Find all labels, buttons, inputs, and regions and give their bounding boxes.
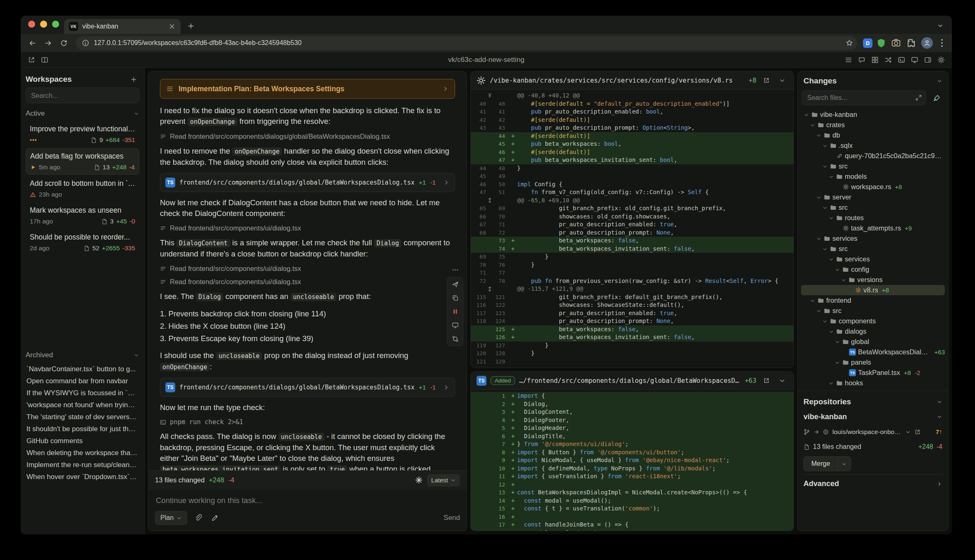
rows-icon[interactable]: [843, 55, 854, 65]
edited-file-card[interactable]: TSfrontend/src/components/dialogs/global…: [160, 173, 455, 192]
grid-icon[interactable]: [869, 55, 881, 65]
collapse-diff-button[interactable]: [776, 75, 788, 86]
tree-folder-row[interactable]: db: [801, 130, 945, 140]
advanced-section-toggle[interactable]: Advanced: [803, 475, 942, 493]
workspace-item[interactable]: Add beta flag for workspaces5m ago13+248…: [26, 148, 139, 175]
file-search-input[interactable]: [802, 90, 926, 105]
extension-d-icon[interactable]: D: [863, 38, 872, 48]
forward-button[interactable]: [41, 36, 55, 50]
more-actions-button[interactable]: [448, 265, 462, 275]
shuffle-icon[interactable]: [882, 55, 894, 65]
monitor-icon[interactable]: [909, 55, 920, 65]
repositories-header[interactable]: Repositories: [803, 394, 942, 409]
camera-extension-icon[interactable]: [891, 38, 901, 48]
bookmark-star-icon[interactable]: [846, 39, 853, 47]
archived-workspace-item[interactable]: When deleting the workspace that'...: [26, 447, 139, 459]
merge-button[interactable]: Merge: [803, 456, 838, 471]
browser-menu-button[interactable]: [937, 38, 947, 48]
tree-folder-row[interactable]: .sqlx: [801, 140, 945, 151]
tree-folder-row[interactable]: components: [801, 316, 945, 326]
mode-selector[interactable]: Plan: [155, 511, 187, 525]
open-in-editor-button[interactable]: [760, 375, 772, 387]
branch-selector[interactable]: louis/workspace-onboarding: [832, 428, 911, 436]
attach-file-button[interactable]: [193, 513, 204, 523]
tree-folder-row[interactable]: services: [801, 233, 945, 244]
plane-icon[interactable]: [447, 278, 463, 291]
shield-extension-icon[interactable]: [876, 38, 886, 48]
hunk-expand-icon[interactable]: [471, 286, 509, 292]
implementation-plan-banner[interactable]: Implementation Plan: Beta Workspaces Set…: [160, 79, 455, 99]
archived-workspace-item[interactable]: If the WYSIWYG is focussed in `Cre...: [26, 387, 139, 399]
tree-file-row[interactable]: query-70b21c5c0a2ba5c21c9c1132f14a68…: [801, 151, 945, 161]
tree-folder-row[interactable]: src: [801, 244, 945, 254]
archived-workspace-item[interactable]: `NavbarContainer.tsx` button to g...: [26, 363, 139, 375]
open-external-button[interactable]: [914, 429, 921, 435]
open-in-editor-button[interactable]: [760, 75, 772, 86]
tree-folder-row[interactable]: services: [801, 254, 945, 264]
tree-folder-row[interactable]: panels: [801, 357, 945, 368]
pause-icon[interactable]: [447, 305, 463, 318]
tree-folder-row[interactable]: routes: [801, 213, 945, 223]
close-window-button[interactable]: [28, 21, 35, 28]
tree-folder-row[interactable]: src: [801, 306, 945, 316]
tree-folder-row[interactable]: frontend: [801, 295, 945, 306]
columns-icon[interactable]: [39, 55, 50, 65]
tree-folder-row[interactable]: src: [801, 161, 945, 171]
archived-workspace-item[interactable]: 'workspace not found' when trying ...: [26, 399, 139, 411]
archived-section-header[interactable]: Archived: [26, 347, 139, 363]
workspace-item[interactable]: Should be possible to reorder...2d ago52…: [26, 230, 139, 255]
compare-icon[interactable]: [447, 332, 463, 346]
send-button[interactable]: Send: [443, 514, 460, 522]
tool-read-row[interactable]: Read frontend/src/components/ui/dialog.t…: [160, 265, 455, 273]
tool-read-row[interactable]: Read frontend/src/components/dialogs/glo…: [160, 133, 455, 140]
workspace-item[interactable]: Improve the preview functionality: ...••…: [26, 121, 139, 147]
bubble-icon[interactable]: [856, 55, 868, 65]
workspace-search-input[interactable]: [26, 88, 139, 103]
address-bar[interactable]: 127.0.0.1:57095/workspaces/c63c9fd6-dfb8…: [76, 36, 857, 50]
repo-row[interactable]: vibe-kanban: [803, 409, 942, 424]
add-workspace-button[interactable]: [128, 74, 139, 85]
new-tab-button[interactable]: [185, 20, 197, 32]
copy-icon[interactable]: [447, 291, 463, 305]
sparkle-icon[interactable]: [415, 476, 423, 484]
terminal-icon[interactable]: [896, 55, 907, 65]
expand-icon[interactable]: [915, 94, 922, 101]
tree-folder-row[interactable]: src: [801, 202, 945, 213]
edit-button[interactable]: [210, 513, 220, 523]
active-section-header[interactable]: Active: [26, 106, 139, 121]
edited-file-card[interactable]: TSfrontend/src/components/dialogs/global…: [160, 378, 455, 397]
tree-file-row[interactable]: TSBetaWorkspacesDialog.tsx+63: [801, 347, 945, 357]
profile-avatar[interactable]: [921, 37, 933, 49]
reload-button[interactable]: [57, 36, 70, 50]
tree-file-row[interactable]: workspace.rs+8: [801, 182, 945, 192]
version-selector[interactable]: Latest: [427, 474, 460, 486]
extensions-puzzle-icon[interactable]: [906, 38, 916, 48]
hunk-expand-icon[interactable]: [471, 197, 509, 203]
monitor-icon[interactable]: [447, 318, 463, 332]
tree-file-row[interactable]: task_attempts.rs+9: [801, 223, 945, 233]
tree-folder-row[interactable]: crates: [801, 120, 945, 130]
tree-folder-row[interactable]: server: [801, 192, 945, 202]
terminal-command-row[interactable]: pnpm run check 2>&1: [160, 418, 455, 426]
tree-folder-row[interactable]: models: [801, 171, 945, 182]
panel-right-icon[interactable]: [922, 55, 934, 65]
archived-workspace-item[interactable]: GitHub comments: [26, 435, 139, 447]
export-icon[interactable]: [26, 55, 37, 65]
workspace-item[interactable]: Add scroll to bottom button in `Virt...2…: [26, 176, 139, 202]
tree-folder-row[interactable]: config: [801, 264, 945, 275]
filter-brush-button[interactable]: [929, 90, 944, 105]
gear-icon[interactable]: [935, 55, 947, 65]
message-input[interactable]: [148, 489, 467, 507]
collapse-diff-button[interactable]: [776, 375, 788, 387]
workspace-item[interactable]: Mark workspaces as unseen17h ago3+45-0: [26, 203, 139, 228]
hunk-expand-icon[interactable]: [471, 93, 509, 99]
site-info-icon[interactable]: [82, 39, 89, 47]
archived-workspace-item[interactable]: Open command bar from navbar: [26, 375, 139, 387]
tree-folder-row[interactable]: dialogs: [801, 326, 945, 337]
archived-workspace-item[interactable]: The 'starting' state of dev servers is..…: [26, 411, 139, 423]
tab-close-icon[interactable]: [168, 23, 176, 30]
tree-folder-row[interactable]: global: [801, 337, 945, 347]
archived-workspace-item[interactable]: It shouldn't be possible for just the ..…: [26, 423, 139, 435]
tree-folder-row[interactable]: versions: [801, 275, 945, 285]
chevron-down-icon[interactable]: [937, 78, 942, 84]
